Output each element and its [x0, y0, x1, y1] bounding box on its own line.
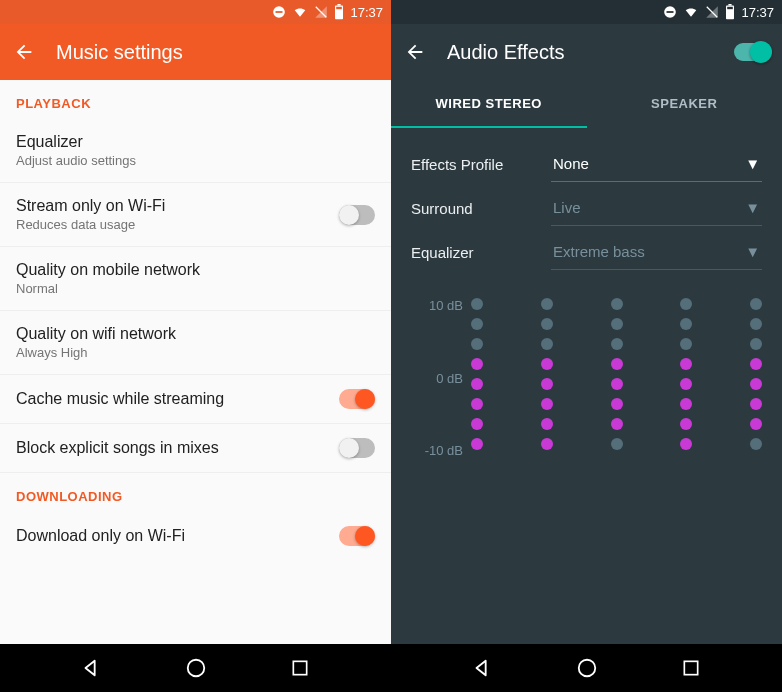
tab-speaker[interactable]: SPEAKER: [587, 80, 783, 128]
status-time: 17:37: [350, 5, 383, 20]
section-header-downloading: DOWNLOADING: [0, 473, 391, 512]
eq-band[interactable]: [680, 298, 692, 458]
row-quality-wifi[interactable]: Quality on wifi network Always High: [0, 311, 391, 375]
row-equalizer: Equalizer Extreme bass ▼: [411, 230, 762, 274]
nav-recents-button[interactable]: [286, 654, 314, 682]
eq-dot: [541, 398, 553, 410]
svg-rect-10: [729, 4, 732, 6]
nav-back-button[interactable]: [468, 654, 496, 682]
eq-dot: [750, 438, 762, 450]
row-cache[interactable]: Cache music while streaming: [0, 375, 391, 424]
row-quality-mobile[interactable]: Quality on mobile network Normal: [0, 247, 391, 311]
eq-dot: [541, 318, 553, 330]
row-label: Equalizer: [16, 133, 375, 151]
switch-stream-wifi[interactable]: [339, 205, 375, 225]
eq-dot: [750, 318, 762, 330]
eq-dot: [680, 318, 692, 330]
eq-dot: [471, 378, 483, 390]
status-time: 17:37: [741, 5, 774, 20]
settings-list: PLAYBACK Equalizer Adjust audio settings…: [0, 80, 391, 644]
row-surround: Surround Live ▼: [411, 186, 762, 230]
dropdown-value: Extreme bass: [553, 243, 645, 260]
eq-dot: [750, 378, 762, 390]
row-label: Equalizer: [411, 244, 551, 261]
eq-dot: [611, 358, 623, 370]
svg-rect-4: [337, 7, 343, 9]
row-sub: Reduces data usage: [16, 217, 339, 232]
eq-band[interactable]: [750, 298, 762, 458]
dnd-icon: [272, 5, 286, 19]
svg-rect-3: [338, 4, 341, 6]
row-equalizer[interactable]: Equalizer Adjust audio settings: [0, 119, 391, 183]
eq-tick-top: 10 dB: [429, 298, 463, 313]
nav-bar: [0, 644, 391, 692]
switch-block-explicit[interactable]: [339, 438, 375, 458]
dropdown-value: None: [553, 155, 589, 172]
row-label: Quality on wifi network: [16, 325, 375, 343]
row-label: Block explicit songs in mixes: [16, 439, 339, 457]
eq-dot: [471, 318, 483, 330]
wifi-icon: [683, 5, 699, 19]
app-bar: Audio Effects: [391, 24, 782, 80]
dropdown-surround: Live ▼: [551, 190, 762, 226]
eq-dot: [611, 318, 623, 330]
eq-band[interactable]: [541, 298, 553, 458]
switch-download-wifi[interactable]: [339, 526, 375, 546]
eq-dot: [611, 338, 623, 350]
eq-dot: [750, 338, 762, 350]
status-bar: 17:37: [0, 0, 391, 24]
dropdown-effects-profile[interactable]: None ▼: [551, 146, 762, 182]
eq-dot: [680, 338, 692, 350]
status-bar: 17:37: [391, 0, 782, 24]
eq-dot: [541, 418, 553, 430]
eq-dot: [541, 338, 553, 350]
eq-band[interactable]: [611, 298, 623, 458]
row-effects-profile: Effects Profile None ▼: [411, 142, 762, 186]
svg-rect-8: [667, 11, 674, 13]
eq-dot: [680, 418, 692, 430]
eq-dot: [471, 398, 483, 410]
section-header-playback: PLAYBACK: [0, 80, 391, 119]
row-block-explicit[interactable]: Block explicit songs in mixes: [0, 424, 391, 473]
page-title: Audio Effects: [447, 41, 564, 64]
row-sub: Normal: [16, 281, 375, 296]
equalizer-graph: 10 dB 0 dB -10 dB: [411, 298, 762, 458]
tab-wired-stereo[interactable]: WIRED STEREO: [391, 80, 587, 128]
nav-recents-button[interactable]: [677, 654, 705, 682]
signal-icon: [314, 5, 328, 19]
eq-dot: [680, 298, 692, 310]
row-stream-wifi[interactable]: Stream only on Wi-Fi Reduces data usage: [0, 183, 391, 247]
page-title: Music settings: [56, 41, 183, 64]
effects-panel: Effects Profile None ▼ Surround Live ▼ E…: [391, 128, 782, 644]
back-button[interactable]: [403, 40, 427, 64]
dnd-icon: [663, 5, 677, 19]
switch-cache[interactable]: [339, 389, 375, 409]
svg-rect-13: [685, 661, 698, 674]
row-label: Download only on Wi-Fi: [16, 527, 339, 545]
eq-band[interactable]: [471, 298, 483, 458]
dropdown-value: Live: [553, 199, 581, 216]
nav-back-button[interactable]: [77, 654, 105, 682]
battery-icon: [725, 4, 735, 20]
row-download-wifi[interactable]: Download only on Wi-Fi: [0, 512, 391, 560]
eq-dot: [541, 358, 553, 370]
row-label: Cache music while streaming: [16, 390, 339, 408]
eq-dot: [750, 398, 762, 410]
tabs: WIRED STEREO SPEAKER: [391, 80, 782, 128]
nav-home-button[interactable]: [573, 654, 601, 682]
eq-dot: [541, 298, 553, 310]
row-label: Quality on mobile network: [16, 261, 375, 279]
svg-rect-11: [728, 7, 734, 9]
master-toggle[interactable]: [734, 43, 770, 61]
eq-dot: [680, 358, 692, 370]
dropdown-equalizer: Extreme bass ▼: [551, 234, 762, 270]
eq-dot: [680, 378, 692, 390]
row-label: Surround: [411, 200, 551, 217]
nav-home-button[interactable]: [182, 654, 210, 682]
chevron-down-icon: ▼: [745, 155, 760, 172]
battery-icon: [334, 4, 344, 20]
eq-dot: [471, 438, 483, 450]
eq-dot: [680, 438, 692, 450]
eq-dot: [471, 418, 483, 430]
back-button[interactable]: [12, 40, 36, 64]
